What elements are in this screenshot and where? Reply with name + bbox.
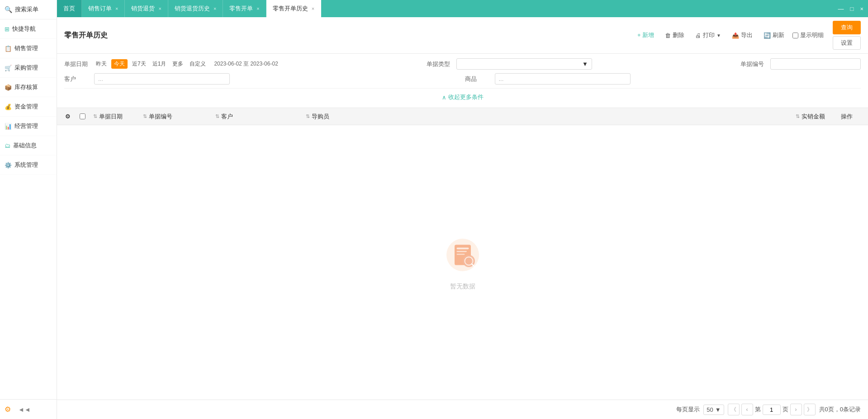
tab-sales-return-history[interactable]: 销货退货历史 ×: [168, 0, 223, 17]
th-guide[interactable]: ⇅ 导购员: [302, 113, 356, 121]
sidebar-item-operation[interactable]: 📊 经营管理: [0, 117, 57, 136]
sidebar-item-purchase[interactable]: 🛒 采购管理: [0, 58, 57, 78]
tab-retail-open-history-close[interactable]: ×: [312, 6, 314, 11]
tab-sales-order-label: 销售订单: [88, 5, 112, 13]
print-dropdown-icon: ▼: [716, 33, 721, 38]
bill-type-select[interactable]: ▼: [456, 58, 592, 70]
export-button[interactable]: 📤 导出: [729, 29, 755, 41]
refresh-button[interactable]: 🔄 刷新: [761, 29, 787, 41]
tab-retail-open-history[interactable]: 零售开单历史 ×: [266, 0, 321, 17]
bill-number-input[interactable]: [770, 58, 861, 70]
next-page-button[interactable]: ›: [790, 404, 802, 415]
next-page-icon: ›: [795, 406, 797, 413]
sort-icon: ⇅: [93, 113, 97, 119]
tab-sales-order[interactable]: 销售订单 ×: [82, 0, 125, 17]
add-button[interactable]: + 新增: [635, 29, 657, 41]
sidebar-item-basic[interactable]: 🗂 基础信息: [0, 136, 57, 155]
tab-home[interactable]: 首页: [57, 0, 82, 17]
th-amount[interactable]: ⇅ 实销金额: [792, 113, 837, 121]
sidebar-search[interactable]: 搜索采单: [0, 0, 57, 19]
tab-home-label: 首页: [63, 5, 75, 13]
bill-type-label: 单据类型: [427, 60, 452, 68]
total-text: 共0页，0条记录: [819, 405, 861, 414]
tab-retail-open-close[interactable]: ×: [256, 6, 259, 11]
minimize-button[interactable]: —: [838, 5, 844, 12]
sidebar-item-system[interactable]: ⚙️ 系统管理: [0, 155, 57, 175]
display-detail-checkbox[interactable]: [792, 33, 798, 38]
tab-sales-return-history-close[interactable]: ×: [213, 6, 216, 11]
sidebar-item-label: 采购管理: [14, 64, 38, 72]
th-number-label: 单据编号: [149, 113, 172, 121]
trash-icon: 🗑: [665, 32, 671, 39]
query-button[interactable]: 查询: [833, 21, 861, 34]
page-label: 页: [783, 405, 788, 414]
collapse-label: 收起更多条件: [448, 93, 484, 101]
tab-bar: 首页 销售订单 × 销货退货 × 销货退货历史 × 零售开单 × 零售开单历史 …: [57, 0, 868, 17]
finance-icon: 💰: [5, 104, 12, 110]
refresh-label: 刷新: [773, 31, 784, 39]
table-settings-icon[interactable]: ⚙: [61, 113, 75, 120]
current-page-input[interactable]: [763, 405, 781, 415]
tab-sales-return-label: 销货退货: [131, 5, 155, 13]
close-button[interactable]: ×: [860, 5, 863, 12]
date-options: 昨天 今天 近7天 近1月 更多 自定义: [94, 59, 208, 69]
sidebar-item-label: 系统管理: [14, 161, 38, 169]
goods-placeholder: ...: [499, 75, 504, 82]
prev-page-button[interactable]: ‹: [741, 404, 753, 415]
sale-icon: 📋: [5, 45, 12, 52]
th-number[interactable]: ⇅ 单据编号: [139, 113, 212, 121]
setting-button[interactable]: 设置: [833, 36, 861, 50]
sidebar-item-label: 资金管理: [14, 103, 38, 111]
tab-retail-open-history-label: 零售开单历史: [273, 5, 308, 13]
svg-rect-4: [456, 254, 465, 255]
maximize-button[interactable]: □: [850, 5, 854, 12]
sidebar-item-label: 快捷导航: [12, 25, 36, 33]
display-detail-label: 显示明细: [800, 31, 824, 39]
display-detail-toggle[interactable]: 显示明细: [792, 31, 824, 39]
date-opt-more[interactable]: 更多: [171, 59, 185, 69]
tab-sales-return[interactable]: 销货退货 ×: [125, 0, 168, 17]
th-date[interactable]: ⇅ 单据日期: [90, 113, 139, 121]
tab-retail-open-label: 零售开单: [229, 5, 253, 13]
date-opt-today[interactable]: 今天: [111, 59, 128, 69]
first-page-button[interactable]: 《: [728, 404, 740, 415]
sort-icon: ⇅: [143, 113, 147, 119]
tab-sales-return-close[interactable]: ×: [158, 6, 161, 11]
date-opt-7days[interactable]: 近7天: [130, 59, 148, 69]
th-action-label: 操作: [841, 113, 853, 121]
sidebar-collapse-icon[interactable]: ◄◄: [18, 406, 31, 413]
th-action: 操作: [837, 113, 864, 121]
select-all-checkbox[interactable]: [80, 113, 85, 119]
last-page-button[interactable]: 》: [804, 404, 816, 415]
delete-button[interactable]: 🗑 删除: [662, 29, 687, 41]
sidebar-item-label: 销售管理: [14, 44, 38, 52]
filter-row-1: 单据日期 昨天 今天 近7天 近1月 更多 自定义 2023-06-02 至 2…: [64, 58, 861, 70]
print-button[interactable]: 🖨 打印 ▼: [693, 29, 724, 41]
date-range-value: 2023-06-02 至 2023-06-02: [214, 60, 278, 68]
customer-placeholder: ...: [98, 75, 103, 82]
prev-page-icon: ‹: [746, 406, 748, 413]
page-title: 零售开单历史: [64, 31, 108, 40]
table-select-all[interactable]: [75, 113, 90, 119]
goods-input[interactable]: ...: [495, 73, 631, 85]
settings-icon: ⚙: [65, 113, 71, 120]
date-opt-yesterday[interactable]: 昨天: [94, 59, 109, 69]
th-date-label: 单据日期: [99, 113, 123, 121]
date-opt-1month[interactable]: 近1月: [151, 59, 168, 69]
tab-retail-open[interactable]: 零售开单 ×: [223, 0, 266, 17]
tab-sales-order-close[interactable]: ×: [115, 6, 118, 11]
th-customer[interactable]: ⇅ 客户: [212, 113, 302, 121]
sidebar-item-sales[interactable]: 📋 销售管理: [0, 39, 57, 58]
filter-area: 单据日期 昨天 今天 近7天 近1月 更多 自定义 2023-06-02 至 2…: [57, 54, 868, 108]
filter-row-2: 客户 ... 商品 ...: [64, 73, 861, 85]
per-page-select[interactable]: 50 ▼: [703, 405, 724, 415]
basic-icon: 🗂: [5, 142, 10, 149]
customer-input[interactable]: ...: [94, 73, 230, 85]
sidebar-item-inventory[interactable]: 📦 库存核算: [0, 78, 57, 97]
sidebar-item-quick-nav[interactable]: ⊞ 快捷导航: [0, 19, 57, 39]
sidebar-item-finance[interactable]: 💰 资金管理: [0, 97, 57, 117]
collapse-button[interactable]: ∧ 收起更多条件: [442, 91, 484, 103]
delete-label: 删除: [673, 31, 684, 39]
date-opt-custom[interactable]: 自定义: [188, 59, 208, 69]
settings-gear-icon[interactable]: ⚙: [5, 405, 11, 414]
